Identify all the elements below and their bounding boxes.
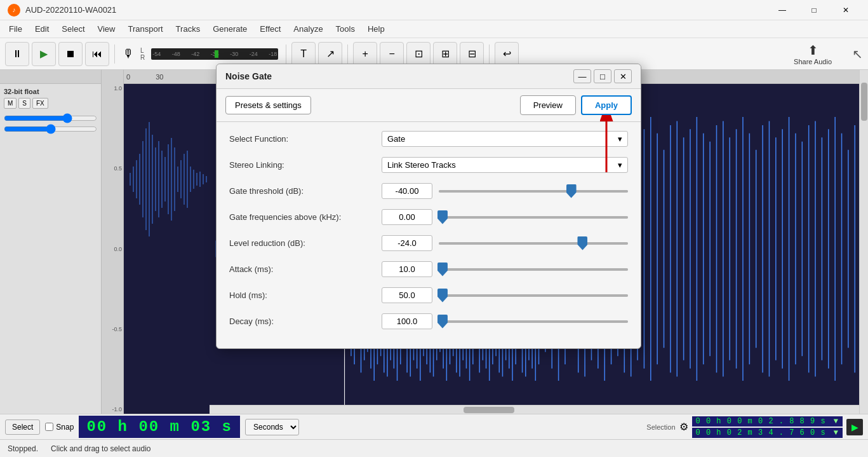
dialog-close-button[interactable]: ✕: [614, 69, 632, 83]
text-tool-button[interactable]: T: [291, 42, 316, 66]
menu-effect[interactable]: Effect: [253, 22, 287, 36]
volume-slider[interactable]: [4, 115, 97, 121]
lr-label: LR: [140, 47, 145, 61]
level-reduction-slider[interactable]: [439, 242, 628, 245]
share-icon: ⬆: [808, 43, 818, 58]
zoom-fit-button[interactable]: ⊡: [406, 42, 431, 66]
close-button[interactable]: ✕: [831, 0, 860, 20]
dialog-controls: — □ ✕: [573, 69, 632, 83]
menu-generate[interactable]: Generate: [206, 22, 253, 36]
dialog-toolbar: Presets & settings Preview Apply: [217, 89, 641, 122]
volume-area: [4, 114, 97, 134]
gate-freq-slider[interactable]: [439, 216, 628, 219]
apply-button[interactable]: Apply: [581, 95, 632, 115]
attack-slider[interactable]: [439, 268, 628, 271]
dialog-content: Select Function: Gate ▾ Stereo Linking: …: [217, 122, 641, 348]
gate-freq-slider-container: [439, 216, 628, 219]
preview-button[interactable]: Preview: [520, 95, 576, 115]
stereo-linking-dropdown[interactable]: Link Stereo Tracks ▾: [382, 157, 628, 173]
fx-button[interactable]: FX: [32, 98, 48, 109]
param-label-4: Level reduction (dB):: [229, 238, 382, 248]
toolbar-sep-2: [286, 44, 286, 64]
share-audio-button[interactable]: ⬆ Share Audio: [789, 40, 837, 68]
zoom-tog-button[interactable]: ⊟: [460, 42, 484, 66]
dialog-titlebar: Noise Gate — □ ✕: [217, 64, 641, 89]
solo-button[interactable]: S: [18, 98, 30, 109]
param-label-7: Decay (ms):: [229, 317, 382, 326]
hold-input[interactable]: [382, 287, 432, 303]
seconds-select[interactable]: Seconds: [245, 419, 299, 435]
param-decay: Decay (ms):: [229, 313, 628, 329]
menu-help[interactable]: Help: [361, 22, 391, 36]
gate-threshold-slider[interactable]: [439, 190, 628, 193]
app-icon: ♪: [8, 4, 20, 17]
menu-edit[interactable]: Edit: [29, 22, 55, 36]
play-small-button[interactable]: ▶: [846, 419, 863, 435]
zoom-in-button[interactable]: +: [353, 42, 377, 66]
dialog-title: Noise Gate: [225, 71, 272, 81]
snap-checkbox[interactable]: [45, 423, 53, 431]
app-title: AUD-20220110-WA0021: [25, 5, 768, 15]
undo-button[interactable]: ↩: [495, 42, 519, 66]
minimize-button[interactable]: —: [768, 0, 797, 20]
decay-slider[interactable]: [439, 320, 628, 323]
snap-label[interactable]: Snap: [56, 423, 74, 432]
main-cursor-icon: ↖: [852, 46, 863, 62]
ruler-mid: 0 30: [124, 70, 210, 84]
skip-start-button[interactable]: ⏮: [85, 42, 109, 66]
decay-input[interactable]: [382, 313, 432, 329]
selection-time-area: Selection ⚙ 0 0 h 0 0 m 0 2 . 8 8 9 s ▼ …: [646, 416, 863, 438]
hold-slider[interactable]: [439, 294, 628, 297]
scrollbar-thumb[interactable]: [861, 83, 867, 121]
selection-time-2: 0 0 h 0 2 m 3 4 . 7 6 0 s ▼: [692, 428, 843, 438]
titlebar: ♪ AUD-20220110-WA0021 — □ ✕: [0, 0, 868, 20]
menu-transport[interactable]: Transport: [121, 22, 169, 36]
toolbar-sep-1: [114, 44, 115, 64]
param-label-5: Attack (ms):: [229, 264, 382, 274]
selection-times: 0 0 h 0 0 m 0 2 . 8 8 9 s ▼ 0 0 h 0 2 m …: [692, 416, 843, 438]
param-label-2: Gate threshold (dB):: [229, 186, 382, 196]
hscrollbar-thumb[interactable]: [464, 407, 514, 413]
param-hold: Hold (ms):: [229, 287, 628, 303]
param-select-function: Select Function: Gate ▾: [229, 131, 628, 147]
menu-tracks[interactable]: Tracks: [170, 22, 207, 36]
vertical-scrollbar[interactable]: [859, 70, 868, 414]
hold-slider-container: [439, 294, 628, 297]
menu-file[interactable]: File: [3, 22, 29, 36]
maximize-button[interactable]: □: [799, 0, 829, 20]
menu-analyze[interactable]: Analyze: [287, 22, 329, 36]
gear-icon[interactable]: ⚙: [679, 421, 688, 433]
dialog-minimize-button[interactable]: —: [573, 69, 591, 83]
ruler-left: [0, 70, 101, 84]
cursor-tool[interactable]: ↗: [318, 42, 342, 66]
pan-slider[interactable]: [4, 126, 97, 132]
menu-select[interactable]: Select: [55, 22, 91, 36]
pause-button[interactable]: ⏸: [5, 42, 29, 66]
param-level-reduction: Level reduction (dB):: [229, 235, 628, 251]
menu-tools[interactable]: Tools: [330, 22, 361, 36]
attack-slider-container: [439, 268, 628, 271]
presets-settings-button[interactable]: Presets & settings: [225, 96, 311, 114]
param-gate-freq: Gate frequencies above (kHz):: [229, 209, 628, 225]
attack-input[interactable]: [382, 261, 432, 277]
scale-n0-5: -0.5: [103, 326, 122, 332]
dialog-maximize-button[interactable]: □: [594, 69, 611, 83]
gate-freq-input[interactable]: [382, 209, 432, 225]
horizontal-scrollbar[interactable]: [210, 405, 859, 414]
level-reduction-input[interactable]: [382, 235, 432, 251]
zoom-sel-button[interactable]: ⊞: [433, 42, 457, 66]
menu-view[interactable]: View: [91, 22, 122, 36]
zoom-out-button[interactable]: −: [380, 42, 404, 66]
select-track-button[interactable]: Select: [5, 419, 40, 435]
select-function-dropdown[interactable]: Gate ▾: [382, 131, 628, 147]
scale-1-0: 1.0: [103, 85, 122, 92]
mic-icon: 🎙: [123, 47, 134, 60]
toolbar-sep-3: [347, 44, 348, 64]
scale-column: 1.0 0.5 0.0 -0.5 -1.0: [102, 70, 124, 414]
mute-button[interactable]: M: [4, 98, 17, 109]
play-button[interactable]: ▶: [32, 42, 56, 66]
gate-threshold-input[interactable]: [382, 183, 432, 199]
left-waveform: 0 30: [124, 70, 210, 414]
stop-button[interactable]: ⏹: [58, 42, 83, 66]
vu-meter: -54-48-42-36-30-24-18: [151, 48, 278, 60]
